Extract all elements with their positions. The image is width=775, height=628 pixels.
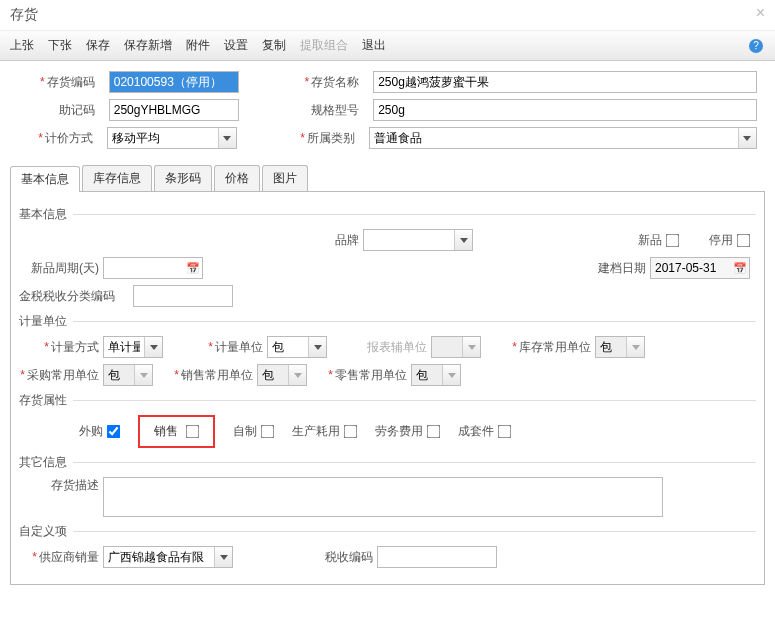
checkbox-disable[interactable] [737,233,751,247]
checkbox-new[interactable] [666,233,680,247]
chevron-down-icon[interactable] [218,128,236,148]
tab-image[interactable]: 图片 [262,165,308,191]
toolbar-save[interactable]: 保存 [86,37,110,54]
tab-inventory[interactable]: 库存信息 [82,165,152,191]
select-category[interactable] [369,127,757,149]
select-valuation-value[interactable] [108,129,218,147]
label-name: 存货名称 [282,74,361,91]
section-other-title: 其它信息 [19,454,756,471]
window-title-bar: 存货 × [0,0,775,31]
toolbar-next[interactable]: 下张 [48,37,72,54]
header-form: 存货编码 存货名称 助记码 规格型号 计价方式 所属类别 [0,61,775,161]
toolbar: 上张 下张 保存 保存新增 附件 设置 复制 提取组合 退出 ? [0,31,775,61]
label-newperiod: 新品周期(天) [19,260,99,277]
input-mnemonic[interactable] [109,99,239,121]
label-report-unit: 报表辅单位 [347,339,427,356]
select-salescommon-unit[interactable] [257,364,307,386]
label-supplier: 供应商销量 [19,549,99,566]
tab-price[interactable]: 价格 [214,165,260,191]
label-prodconsume: 生产耗用 [292,423,340,440]
checkbox-laborcost[interactable] [427,425,441,439]
select-retail-unit[interactable] [411,364,461,386]
select-supplier[interactable] [103,546,233,568]
input-name[interactable] [373,71,757,93]
chevron-down-icon[interactable] [308,337,326,357]
textarea-desc[interactable] [103,477,663,517]
section-basic-title: 基本信息 [19,206,756,223]
chevron-down-icon[interactable] [454,230,472,250]
highlight-sales: 销售 [138,415,215,448]
chevron-down-icon [462,337,480,357]
chevron-down-icon[interactable] [442,365,460,385]
label-disable: 停用 [709,232,733,249]
checkbox-selfmade[interactable] [261,425,275,439]
label-selfmade: 自制 [233,423,257,440]
label-category: 所属类别 [280,130,357,147]
toolbar-save-new[interactable]: 保存新增 [124,37,172,54]
window-title: 存货 [10,6,38,22]
select-unit[interactable] [267,336,327,358]
select-retail-unit-value[interactable] [412,366,442,384]
label-retail-unit: 零售常用单位 [327,367,407,384]
checkbox-kit[interactable] [498,425,512,439]
toolbar-exit[interactable]: 退出 [362,37,386,54]
input-newperiod[interactable] [104,259,184,277]
calendar-icon[interactable] [184,259,202,277]
input-createdate-wrap[interactable] [650,257,750,279]
chevron-down-icon[interactable] [288,365,306,385]
select-brand-value[interactable] [364,231,454,249]
section-custom-title: 自定义项 [19,523,756,540]
label-brand: 品牌 [279,232,359,249]
label-custom-taxcode: 税收编码 [293,549,373,566]
chevron-down-icon[interactable] [738,128,756,148]
label-new: 新品 [638,232,662,249]
select-category-value[interactable] [370,129,738,147]
select-salescommon-unit-value[interactable] [258,366,288,384]
toolbar-copy[interactable]: 复制 [262,37,286,54]
label-valuation: 计价方式 [18,130,95,147]
input-taxcode[interactable] [133,285,233,307]
label-unit: 计量单位 [183,339,263,356]
input-spec[interactable] [373,99,757,121]
help-icon[interactable]: ? [749,39,763,53]
select-purchase-unit-value[interactable] [104,366,134,384]
select-valuation[interactable] [107,127,237,149]
tab-basic[interactable]: 基本信息 [10,166,80,192]
tabs: 基本信息 库存信息 条形码 价格 图片 [10,165,765,192]
checkbox-prodconsume[interactable] [344,425,358,439]
chevron-down-icon[interactable] [626,337,644,357]
label-unit-mode: 计量方式 [19,339,99,356]
chevron-down-icon[interactable] [144,337,162,357]
select-supplier-value[interactable] [104,548,214,566]
label-sales: 销售 [154,423,178,440]
select-stock-unit[interactable] [595,336,645,358]
toolbar-attachment[interactable]: 附件 [186,37,210,54]
select-unit-mode[interactable] [103,336,163,358]
checkbox-sales[interactable] [186,425,200,439]
input-custom-taxcode[interactable] [377,546,497,568]
select-stock-unit-value[interactable] [596,338,626,356]
toolbar-prev[interactable]: 上张 [10,37,34,54]
chevron-down-icon[interactable] [134,365,152,385]
input-createdate[interactable] [651,259,731,277]
select-unit-value[interactable] [268,338,308,356]
toolbar-settings[interactable]: 设置 [224,37,248,54]
input-code[interactable] [109,71,239,93]
label-stock-unit: 库存常用单位 [501,339,591,356]
panel-basic: 基本信息 品牌 新品 停用 新品周期(天) 建档日期 [10,192,765,585]
tab-barcode[interactable]: 条形码 [154,165,212,191]
close-icon[interactable]: × [756,4,765,22]
calendar-icon[interactable] [731,259,749,277]
label-spec: 规格型号 [282,102,361,119]
label-taxcode: 金税税收分类编码 [19,288,129,305]
select-brand[interactable] [363,229,473,251]
label-code: 存货编码 [18,74,97,91]
label-laborcost: 劳务费用 [375,423,423,440]
section-unit-title: 计量单位 [19,313,756,330]
label-salescommon-unit: 销售常用单位 [173,367,253,384]
select-report-unit-value [432,338,462,356]
select-purchase-unit[interactable] [103,364,153,386]
checkbox-purchased[interactable] [107,425,121,439]
chevron-down-icon[interactable] [214,547,232,567]
select-unit-mode-value[interactable] [104,338,144,356]
